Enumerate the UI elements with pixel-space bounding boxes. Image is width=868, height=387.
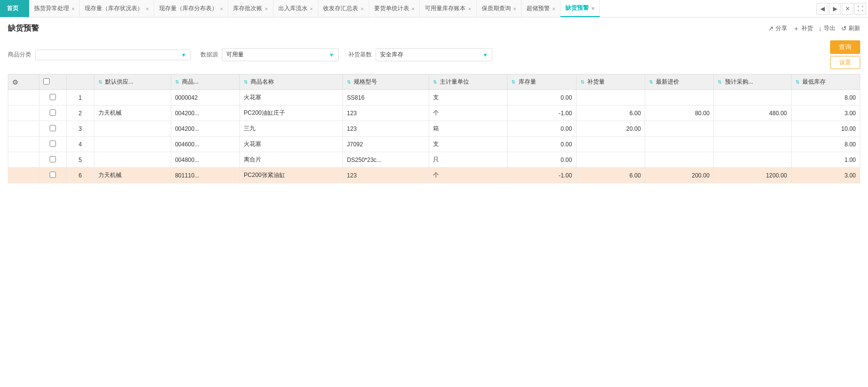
tab-close-exception[interactable]: × [72,6,74,12]
cell-checkbox [39,106,67,121]
th-stock[interactable]: ⇅ 库存量 [507,74,576,90]
cell-min-stock: 10.00 [791,121,860,137]
category-label: 商品分类 [8,51,31,59]
tab-expiry[interactable]: 保质期查询× [477,0,522,17]
query-button[interactable]: 查询 [830,40,860,54]
cell-product-name: PC200油缸庄子 [240,106,343,121]
table-settings-icon[interactable]: ⚙ [12,78,18,86]
export-icon: ↓ [819,25,822,32]
th-supplier-label: 默认供应... [105,78,133,85]
cell-latest-price [645,121,714,137]
cell-supplier [94,137,171,152]
cell-replenish-qty [576,137,645,152]
datasource-filter-group: 数据源 可用量 ▼ [200,48,339,61]
tab-receive-summary[interactable]: 收发存汇总表× [318,0,369,17]
export-button[interactable]: ↓ 导出 [819,24,836,33]
th-min-stock-label: 最低库存 [802,78,826,85]
table-header-row: ⚙ ⇅ 默认供应... ⇅ 商品... ⇅ 商品名称 [8,74,860,90]
th-min-stock[interactable]: ⇅ 最低库存 [791,74,860,90]
tab-scroll-left[interactable]: ◀ [816,3,828,15]
tab-inventory-dist[interactable]: 现存量（库存分布表）× [154,0,228,17]
cell-latest-price [645,90,714,106]
cell-row-num: 5 [67,152,94,168]
share-button[interactable]: ↗ 分享 [768,24,787,33]
row-checkbox[interactable] [50,109,56,116]
tab-label: 现存量（库存分布表） [159,4,217,13]
tab-close-shortage[interactable]: × [591,5,594,11]
cell-latest-price: 200.00 [645,168,714,183]
replenish-select[interactable]: 安全库存 ▼ [376,48,492,61]
cell-min-stock: 8.00 [791,90,860,106]
cell-estimated-purchase [714,152,791,168]
tab-close-overstock[interactable]: × [552,6,555,12]
select-all-checkbox[interactable] [43,78,50,85]
replenish-label: 补货基数 [348,51,372,59]
th-unit[interactable]: ⇅ 主计量单位 [429,74,507,90]
th-latest-price[interactable]: ⇅ 最新进价 [645,74,714,90]
th-replenish-qty[interactable]: ⇅ 补货量 [576,74,645,90]
cell-unit: 箱 [429,121,507,137]
row-checkbox[interactable] [50,156,56,162]
th-row-num [67,74,94,90]
th-checkbox [39,74,67,90]
tab-label: 收发存汇总表 [323,4,358,13]
tab-close-inventory-status[interactable]: × [145,6,148,12]
tab-close-expiry[interactable]: × [513,6,516,12]
cell-spec: J7092 [343,137,429,152]
tab-shortage[interactable]: 缺货预警× [561,0,599,17]
cell-spec: 123 [343,121,429,137]
replenish-select-arrow: ▼ [483,52,488,58]
cell-supplier [94,121,171,137]
tab-home[interactable]: 首页 [0,0,29,17]
row-checkbox[interactable] [50,94,56,100]
tab-batch[interactable]: 库存批次账× [228,0,273,17]
tab-inout-flow[interactable]: 出入库流水× [273,0,318,17]
tab-close-order-stats[interactable]: × [412,6,415,12]
cell-latest-price: 80.00 [645,106,714,121]
cell-replenish-qty: 6.00 [576,168,645,183]
tab-close-available-ledger[interactable]: × [468,6,471,12]
th-supplier[interactable]: ⇅ 默认供应... [94,74,171,90]
th-product-name[interactable]: ⇅ 商品名称 [240,74,343,90]
latest-price-sort-icon: ⇅ [649,79,653,85]
tab-close-receive-summary[interactable]: × [361,6,363,12]
cell-product-code: 004200... [171,106,239,121]
row-checkbox[interactable] [50,141,56,147]
tab-exception[interactable]: 拣货异常处理× [29,0,80,17]
tab-close-batch[interactable]: × [265,6,268,12]
tab-order-stats[interactable]: 要货单统计表× [369,0,420,17]
datasource-select[interactable]: 可用量 ▼ [222,48,339,61]
th-product-code[interactable]: ⇅ 商品... [171,74,239,90]
refresh-label: 刷新 [849,24,860,33]
replenish-qty-sort-icon: ⇅ [580,79,584,85]
th-spec[interactable]: ⇅ 规格型号 [343,74,429,90]
tab-nav-buttons: ◀ ▶ ✕ ⛶ [814,3,868,15]
th-estimated-purchase[interactable]: ⇅ 预计采购... [714,74,791,90]
cell-product-code: 004200... [171,121,239,137]
tab-close-inout-flow[interactable]: × [310,6,313,12]
tab-close-all[interactable]: ✕ [842,3,853,15]
row-checkbox[interactable] [50,125,56,131]
tab-scroll-right[interactable]: ▶ [829,3,841,15]
tab-available-ledger[interactable]: 可用量库存账本× [420,0,476,17]
cell-product-code: 004600... [171,137,239,152]
settings-button[interactable]: 设置 [830,56,860,69]
tab-label: 保质期查询 [482,4,511,13]
tab-fullscreen[interactable]: ⛶ [854,3,866,15]
cell-supplier [94,90,171,106]
row-checkbox[interactable] [50,172,56,178]
tab-overstock[interactable]: 超储预警× [522,0,561,17]
refresh-button[interactable]: ↺ 刷新 [841,24,860,33]
cell-stock: -1.00 [507,168,576,183]
cell-spec: 123 [343,168,429,183]
tab-label: 现存量（库存状况表） [85,4,143,13]
tab-close-inventory-dist[interactable]: × [220,6,223,12]
datasource-label: 数据源 [200,51,218,59]
category-select[interactable]: ▼ [35,50,191,60]
cell-row-num: 6 [67,168,94,183]
page-header: 缺货预警 ↗ 分享 ＋ 补货 ↓ 导出 ↺ 刷新 [8,23,860,34]
replenish-button[interactable]: ＋ 补货 [793,24,813,33]
data-table: ⚙ ⇅ 默认供应... ⇅ 商品... ⇅ 商品名称 [8,74,860,183]
tab-inventory-status[interactable]: 现存量（库存状况表）× [80,0,154,17]
cell-row-num: 2 [67,106,94,121]
